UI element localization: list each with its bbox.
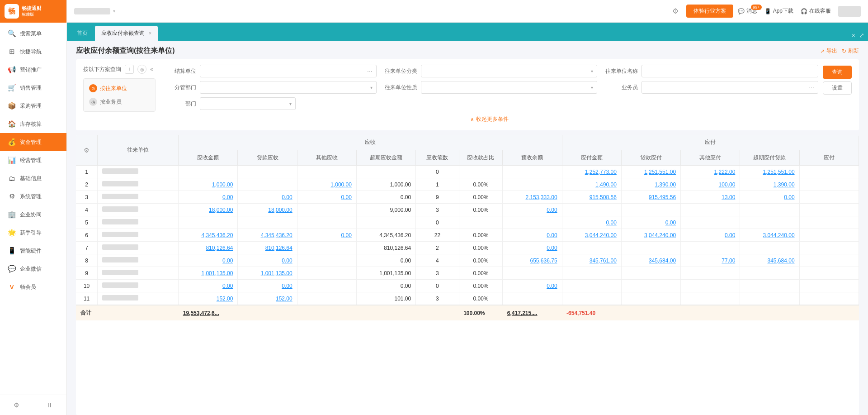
sidebar-item-wechat[interactable]: 💬 企业微信: [0, 260, 66, 278]
sidebar-item-basic[interactable]: 🗂 基础信息: [0, 169, 66, 187]
content-area: 应收应付余额查询(按往来单位) ↗ 导出 ↻ 刷新 按以下方案查询: [67, 41, 868, 415]
sidebar-item-ops[interactable]: 📊 经营管理: [0, 151, 66, 169]
dept-managed-input[interactable]: ▾: [200, 81, 377, 94]
app-icon: 📱: [764, 8, 771, 14]
refresh-button[interactable]: ↻ 刷新: [842, 47, 859, 55]
footer-prepaid-balance[interactable]: 6,417,215....: [503, 305, 562, 320]
scheme-item-unit[interactable]: ⊙ 按往来单位: [84, 81, 155, 95]
sidebar-item-fund[interactable]: 💰 资金管理: [0, 133, 66, 151]
counterpart-nature-label: 往来单位性质: [381, 84, 417, 91]
filter-add-button[interactable]: +: [125, 65, 134, 74]
settlement-unit-input[interactable]: ···: [200, 65, 377, 77]
sidebar-settings-button[interactable]: ⚙: [10, 400, 23, 410]
footer-other-receivable: [297, 305, 356, 320]
footer-receivable-amount[interactable]: 19,553,472,6...: [179, 305, 238, 320]
chevron-down-icon: ▾: [113, 9, 115, 14]
wechat-icon: 💬: [7, 264, 16, 273]
tab-home[interactable]: 首页: [71, 26, 94, 41]
tab-close-icon[interactable]: ×: [149, 31, 151, 36]
cell-rownum: 2: [76, 178, 98, 191]
filter-action-buttons: 查询 设置: [823, 65, 852, 125]
table-row: 30.000.000.000.0090.00%2,153,333.00915,5…: [76, 191, 859, 204]
setting-button[interactable]: 设置: [823, 81, 852, 95]
table-body: 101,252,773.001,251,551.001,222.001,251,…: [76, 166, 859, 305]
sidebar-item-marketing[interactable]: 📢 营销推广: [0, 61, 66, 79]
page-title: 应收应付余额查询(按往来单位): [76, 46, 175, 56]
filter-collapse-icon[interactable]: «: [150, 66, 153, 72]
quick-nav-icon: ⊞: [7, 47, 16, 56]
fund-icon: 💰: [7, 138, 16, 147]
dept-label: 部门: [160, 100, 196, 108]
sidebar-item-guide[interactable]: 🌟 新手引导: [0, 224, 66, 242]
table-gear-icon[interactable]: ⚙: [84, 147, 90, 154]
col-receivable-header: 应收: [179, 135, 562, 150]
col-receivable-pct: 应收款占比: [459, 150, 503, 166]
sidebar-item-inventory[interactable]: 🏠 库存核算: [0, 115, 66, 133]
scheme-active-icon: ⊙: [89, 84, 97, 92]
sidebar-item-hw[interactable]: 📱 智能硬件: [0, 242, 66, 260]
scheme-item-salesperson[interactable]: ◷ 按业务员: [84, 95, 155, 109]
col-other-receivable: 其他应收: [297, 150, 356, 166]
footer-row: 合计 19,553,472,6... 100.00% 6,417,215....…: [76, 305, 859, 320]
footer-label: 合计: [76, 305, 179, 320]
online-service-button[interactable]: 🎧 在线客服: [801, 7, 831, 15]
counterpart-category-input[interactable]: ▾: [421, 65, 598, 77]
tabbar-controls: × ⤢: [852, 32, 864, 41]
guide-icon: 🌟: [7, 228, 16, 237]
cell-unit: [98, 216, 179, 229]
purchase-icon: 📦: [7, 101, 16, 110]
breadcrumb: ▾: [74, 8, 665, 14]
basic-icon: 🗂: [7, 174, 16, 183]
col-loan-payable: 贷款应付: [621, 150, 680, 166]
counterpart-category-chevron-icon: ▾: [591, 69, 593, 74]
tab-close-all-button[interactable]: ×: [852, 32, 855, 39]
col-receivable-count: 应收笔数: [416, 150, 459, 166]
col-overdue-payable: 超期应付贷款: [740, 150, 799, 166]
filter-collapse-row: ∧ 收起更多条件: [160, 114, 818, 125]
table-sub-header: 应收金额 贷款应收 其他应收 超期应收金额 应收笔数 应收款占比 预收余额 应付…: [76, 150, 859, 166]
counterpart-nature-input[interactable]: ▾: [421, 81, 598, 94]
sidebar-item-quick[interactable]: ⊞ 快捷导航: [0, 43, 66, 61]
counterpart-name-field: 往来单位名称: [602, 65, 818, 77]
service-icon: 🎧: [801, 8, 807, 14]
sidebar-nav: 🔍 搜索菜单 ⊞ 快捷导航 📢 营销推广 🛒 销售管理 📦 采购管理 🏠 库存核…: [0, 23, 66, 395]
page-actions: ↗ 导出 ↻ 刷新: [820, 47, 859, 55]
sidebar-item-corp[interactable]: 🏢 企业协同: [0, 205, 66, 224]
cell-unit: [98, 280, 179, 292]
cell-rownum: 5: [76, 216, 98, 229]
cell-rownum: 9: [76, 267, 98, 280]
collapse-up-icon: ∧: [470, 116, 474, 123]
query-button[interactable]: 查询: [823, 66, 852, 79]
sidebar-item-member[interactable]: V 畅会员: [0, 278, 66, 296]
table-row: 7810,126.64810,126.64810,126.6420.00%0.0…: [76, 242, 859, 254]
tab-expand-button[interactable]: ⤢: [859, 32, 864, 39]
sidebar-item-search[interactable]: 🔍 搜索菜单: [0, 24, 66, 43]
collapse-button[interactable]: ∧ 收起更多条件: [470, 115, 509, 123]
search-icon: 🔍: [7, 29, 16, 38]
dept-managed-label: 分管部门: [160, 84, 196, 91]
salesperson-input[interactable]: ···: [642, 81, 818, 94]
page-header: 应收应付余额查询(按往来单位) ↗ 导出 ↻ 刷新: [67, 41, 868, 59]
table-row: 500.000.00: [76, 216, 859, 229]
tab-receivable-query[interactable]: 应收应付余额查询 ×: [95, 26, 158, 41]
dept-input[interactable]: ▾: [200, 97, 296, 110]
footer-overdue-receivable: [356, 305, 415, 320]
message-button[interactable]: 💬 消息 99+: [738, 7, 757, 15]
promo-button[interactable]: 体验行业方案: [686, 5, 733, 18]
export-button[interactable]: ↗ 导出: [820, 47, 837, 55]
counterpart-name-input[interactable]: [642, 65, 818, 77]
sidebar-item-sys[interactable]: ⚙ 系统管理: [0, 187, 66, 205]
sidebar-collapse-button[interactable]: ⏸: [43, 400, 57, 410]
sidebar-item-purchase[interactable]: 📦 采购管理: [0, 97, 66, 115]
filter-scheme-button[interactable]: ◎: [137, 65, 146, 74]
cell-unit: [98, 242, 179, 254]
table-wrap[interactable]: ⚙ 往来单位 应收 应付 应收金额 贷款应收 其他应收 超期应收金额 应收笔数: [76, 135, 859, 415]
gear-button[interactable]: ⚙: [669, 5, 682, 18]
col-rownum: ⚙: [76, 135, 98, 166]
table-row: 11152.00152.00101.0030.00%: [76, 292, 859, 305]
app-download-button[interactable]: 📱 App下载: [764, 7, 793, 15]
sidebar-item-sales[interactable]: 🛒 销售管理: [0, 79, 66, 97]
col-other-payable: 其他应付: [681, 150, 740, 166]
main-area: ▾ ⚙ 体验行业方案 💬 消息 99+ 📱 App下载 🎧 在线客服 首页: [67, 0, 868, 415]
table-row: 80.000.000.0040.00%655,636.75345,761.003…: [76, 254, 859, 267]
